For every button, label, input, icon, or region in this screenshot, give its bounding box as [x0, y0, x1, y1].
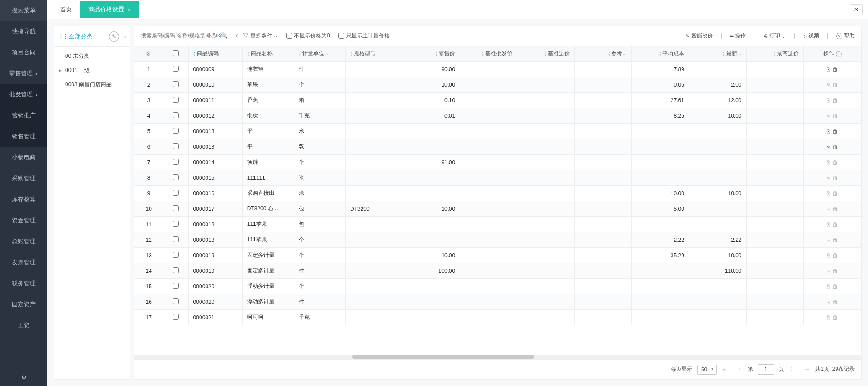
row-edit-icon[interactable]: ⎘ [827, 159, 830, 166]
table-row[interactable]: 60000013平双⎘🗑 [134, 139, 861, 155]
col-code[interactable]: 商品编码 [188, 46, 242, 62]
row-delete-icon[interactable]: 🗑 [832, 268, 838, 274]
row-delete-icon[interactable]: 🗑 [832, 128, 838, 135]
row-delete-icon[interactable]: 🗑 [832, 113, 838, 119]
row-checkbox[interactable] [173, 221, 179, 227]
more-conditions-dropdown[interactable]: ▽ 更多条件 ⌄ [236, 32, 278, 40]
tree-node[interactable]: 0003 南昌门店商品 [54, 78, 130, 92]
sidebar-item[interactable]: 库存核算 [0, 189, 47, 210]
row-delete-icon[interactable]: 🗑 [832, 190, 838, 197]
col-unit[interactable]: 计量单位... [294, 46, 345, 62]
col-base-wholesale[interactable]: 基准批发价 [460, 46, 517, 62]
row-checkbox[interactable] [173, 97, 179, 103]
sidebar-item[interactable]: 项目合同 [0, 42, 47, 63]
page-size-select[interactable]: 50 [697, 365, 717, 375]
column-settings-gear-icon[interactable] [134, 46, 163, 62]
table-row[interactable]: 160000020浮动多计量件⎘🗑 [134, 294, 861, 310]
row-delete-icon[interactable]: 🗑 [832, 97, 838, 104]
video-button[interactable]: 视频 [803, 32, 819, 40]
row-delete-icon[interactable]: 🗑 [832, 252, 838, 259]
col-latest[interactable]: 最新... [689, 46, 746, 62]
prev-page-icon[interactable]: 〈 [734, 365, 743, 373]
table-row[interactable]: 110000018111苹果包⎘🗑 [134, 217, 861, 232]
col-ref[interactable]: 参考... [574, 46, 632, 62]
select-all-header[interactable] [163, 46, 188, 62]
row-delete-icon[interactable]: 🗑 [832, 283, 838, 290]
sidebar-item[interactable]: 零售管理 [0, 63, 47, 84]
row-checkbox[interactable] [173, 205, 179, 211]
edit-tree-icon[interactable]: ✎ [109, 31, 119, 42]
page-number-input[interactable] [758, 364, 774, 375]
table-scroll-area[interactable]: 商品编码 商品名称 计量单位... 规格型号 零售价 基准批发价 基准进价 参考… [134, 46, 861, 355]
sidebar-item[interactable]: 固定资产 [0, 294, 47, 315]
expand-icon[interactable]: ▸ [59, 67, 63, 73]
sidebar-item[interactable]: 税务管理 [0, 273, 47, 294]
row-delete-icon[interactable]: 🗑 [832, 206, 838, 212]
sidebar-item[interactable]: 工资 [0, 315, 47, 336]
row-edit-icon[interactable]: ⎘ [827, 252, 830, 259]
row-edit-icon[interactable]: ⎘ [827, 283, 830, 290]
row-delete-icon[interactable]: 🗑 [832, 66, 838, 73]
search-input[interactable] [141, 31, 221, 41]
tab-product-price-settings[interactable]: 商品价格设置 × [80, 1, 139, 18]
table-row[interactable]: 20000010苹果个10.000.062.00⎘🗑 [134, 77, 861, 93]
sidebar-item[interactable]: 批发管理 [0, 84, 47, 105]
table-row[interactable]: 120000018111苹果个2.222.22⎘🗑 [134, 232, 861, 248]
sidebar-item[interactable]: 小畅电商 [0, 147, 47, 168]
table-row[interactable]: 50000013平米⎘🗑 [134, 124, 861, 139]
row-edit-icon[interactable]: ⎘ [827, 237, 830, 243]
table-row[interactable]: 170000021呵呵呵千克⎘🗑 [134, 310, 861, 325]
tab-home[interactable]: 首页 [52, 1, 80, 18]
row-checkbox[interactable] [173, 128, 179, 134]
row-edit-icon[interactable]: ⎘ [827, 66, 830, 73]
sidebar-item[interactable]: 总账管理 [0, 231, 47, 252]
row-checkbox[interactable] [173, 159, 179, 165]
print-button[interactable]: 打印 ⌄ [763, 32, 786, 40]
col-max-purchase[interactable]: 最高进价 [746, 46, 804, 62]
operate-button[interactable]: 操作 [730, 32, 746, 40]
table-row[interactable]: 80000015111111米⎘🗑 [134, 170, 861, 186]
row-edit-icon[interactable]: ⎘ [827, 113, 830, 119]
row-checkbox[interactable] [173, 283, 179, 289]
row-checkbox[interactable] [173, 236, 179, 242]
close-icon[interactable]: × [128, 7, 130, 12]
sidebar-item[interactable]: 销售管理 [0, 126, 47, 147]
row-edit-icon[interactable]: ⎘ [827, 82, 830, 88]
col-avg-cost[interactable]: 平均成本 [632, 46, 689, 62]
smart-edit-button[interactable]: 智能改价 [685, 32, 713, 40]
row-edit-icon[interactable]: ⎘ [827, 128, 830, 135]
help-button[interactable]: 帮助 [836, 32, 855, 40]
search-icon[interactable]: 🔍 [221, 32, 227, 39]
row-delete-icon[interactable]: 🗑 [832, 221, 838, 228]
sidebar-item[interactable]: 快捷导航 [0, 21, 47, 42]
row-delete-icon[interactable]: 🗑 [832, 237, 838, 243]
next-page-icon[interactable]: 〉 [789, 365, 798, 373]
row-checkbox[interactable] [173, 112, 179, 118]
row-delete-icon[interactable]: 🗑 [832, 82, 838, 88]
table-row[interactable]: 100000017DT3200 心...包DT320010.005.00⎘🗑 [134, 201, 861, 217]
col-base-purchase[interactable]: 基准进价 [517, 46, 574, 62]
only-main-unit-checkbox[interactable]: 只显示主计量价格 [338, 32, 390, 40]
table-row[interactable]: 10000009连衣裙件90.007.89⎘🗑 [134, 62, 861, 77]
row-edit-icon[interactable]: ⎘ [827, 206, 830, 212]
table-row[interactable]: 130000019固定多计量个10.0035.2910.00⎘🗑 [134, 248, 861, 263]
close-all-tabs-icon[interactable]: ✕ [850, 4, 863, 15]
tree-root-label[interactable]: 全部分类 [58, 32, 109, 41]
last-page-icon[interactable]: ⇥ [802, 366, 811, 373]
collapse-tree-icon[interactable]: « [123, 33, 126, 40]
row-delete-icon[interactable]: 🗑 [832, 159, 838, 166]
table-row[interactable]: 70000014项链个91.00⎘🗑 [134, 155, 861, 170]
row-checkbox[interactable] [173, 298, 179, 304]
row-checkbox[interactable] [173, 143, 179, 149]
sidebar-item[interactable]: 发票管理 [0, 252, 47, 273]
row-checkbox[interactable] [173, 314, 179, 320]
row-edit-icon[interactable]: ⎘ [827, 299, 830, 305]
row-checkbox[interactable] [173, 174, 179, 180]
row-checkbox[interactable] [173, 190, 179, 196]
row-delete-icon[interactable]: 🗑 [832, 144, 838, 150]
row-edit-icon[interactable]: ⎘ [827, 97, 830, 104]
table-row[interactable]: 140000019固定多计量件100.00110.00⎘🗑 [134, 263, 861, 279]
tree-node[interactable]: ▸0001 一级 [54, 63, 130, 78]
settings-gear-icon[interactable]: ⚙ [0, 369, 47, 386]
horizontal-scrollbar[interactable] [134, 355, 861, 359]
